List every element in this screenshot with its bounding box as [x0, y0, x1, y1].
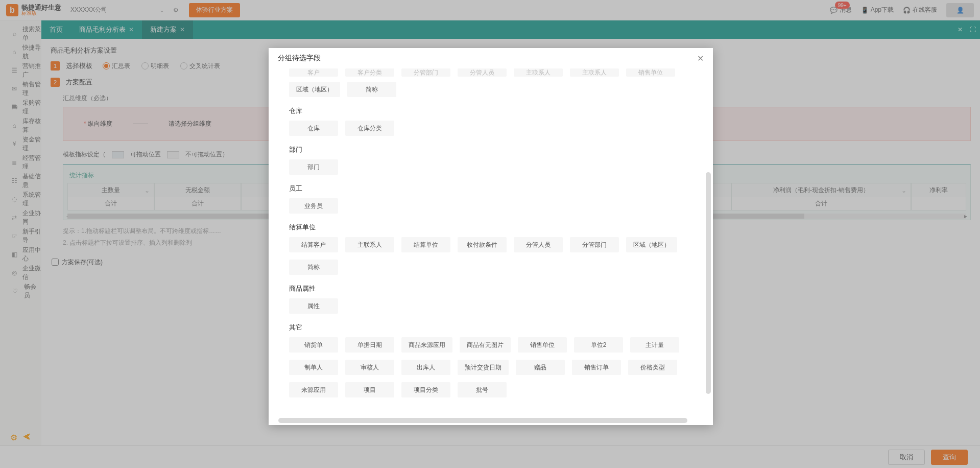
field-group-title: 结算单位 — [289, 223, 692, 232]
field-tag[interactable]: 出库人 — [401, 360, 450, 375]
field-tag[interactable]: 分管部门 — [570, 237, 619, 252]
field-group: 属性 — [289, 298, 692, 314]
modal-h-scrollbar[interactable] — [270, 417, 705, 424]
field-tag-partial[interactable]: 分管部门 — [401, 68, 450, 77]
field-tag[interactable]: 预计交货日期 — [458, 360, 509, 375]
field-tag[interactable]: 项目分类 — [401, 382, 450, 397]
field-tag[interactable]: 结算客户 — [289, 237, 338, 252]
field-tag[interactable]: 价格类型 — [628, 360, 677, 375]
field-tag-partial[interactable]: 客户分类 — [345, 68, 394, 77]
field-tag[interactable]: 销货单 — [289, 337, 338, 353]
field-tag[interactable]: 区域（地区） — [289, 82, 340, 97]
field-tag[interactable]: 销售单位 — [518, 337, 567, 353]
field-tag[interactable]: 结算单位 — [401, 237, 450, 252]
field-tag[interactable]: 制单人 — [289, 360, 338, 375]
field-group-title: 仓库 — [289, 106, 692, 115]
field-group: 销货单单据日期商品来源应用商品有无图片销售单位单位2主计量制单人审核人出库人预计… — [289, 337, 692, 397]
modal-header: 分组待选字段 ✕ — [269, 48, 713, 68]
modal-title: 分组待选字段 — [278, 54, 321, 63]
field-tag[interactable]: 单据日期 — [345, 337, 394, 353]
field-group-title: 员工 — [289, 184, 692, 193]
modal-v-scrollbar[interactable] — [705, 68, 712, 415]
field-tag[interactable]: 收付款条件 — [458, 237, 507, 252]
field-tag[interactable]: 主计量 — [630, 337, 679, 353]
modal-h-thumb[interactable] — [278, 418, 687, 423]
field-group-title: 商品属性 — [289, 284, 692, 293]
field-tag[interactable]: 区域（地区） — [626, 237, 677, 252]
field-tag-partial[interactable]: 分管人员 — [458, 68, 507, 77]
field-tag[interactable]: 部门 — [289, 159, 338, 175]
close-icon[interactable]: ✕ — [697, 54, 704, 63]
field-tag[interactable]: 批号 — [458, 382, 507, 397]
field-tag[interactable]: 商品来源应用 — [401, 337, 452, 353]
field-tag[interactable]: 简称 — [347, 82, 396, 97]
field-tag[interactable]: 简称 — [289, 260, 338, 275]
field-group-title: 部门 — [289, 145, 692, 154]
field-tag[interactable]: 商品有无图片 — [460, 337, 511, 353]
field-modal: 分组待选字段 ✕ 客户客户分类分管部门分管人员主联系人主联系人销售单位区域（地区… — [269, 48, 713, 425]
field-group: 业务员 — [289, 198, 692, 214]
field-tag-partial[interactable]: 销售单位 — [626, 68, 675, 77]
field-group: 部门 — [289, 159, 692, 175]
field-tag[interactable]: 属性 — [289, 298, 338, 314]
field-tag[interactable]: 审核人 — [345, 360, 394, 375]
field-tag[interactable]: 销售订单 — [572, 360, 621, 375]
field-tag-partial[interactable]: 客户 — [289, 68, 338, 77]
field-tag[interactable]: 主联系人 — [345, 237, 394, 252]
field-tag[interactable]: 赠品 — [516, 360, 565, 375]
field-group: 结算客户主联系人结算单位收付款条件分管人员分管部门区域（地区）简称 — [289, 237, 692, 275]
field-tag[interactable]: 业务员 — [289, 198, 338, 214]
field-tag[interactable]: 仓库分类 — [345, 121, 394, 136]
field-tag[interactable]: 单位2 — [574, 337, 623, 353]
field-group-title: 其它 — [289, 323, 692, 332]
field-group: 仓库仓库分类 — [289, 121, 692, 136]
field-tag[interactable]: 仓库 — [289, 121, 338, 136]
field-tag[interactable]: 分管人员 — [514, 237, 563, 252]
modal-v-thumb[interactable] — [706, 172, 711, 394]
field-tag[interactable]: 项目 — [345, 382, 394, 397]
field-tag-partial[interactable]: 主联系人 — [514, 68, 563, 77]
field-tag[interactable]: 来源应用 — [289, 382, 338, 397]
field-tag-partial[interactable]: 主联系人 — [570, 68, 619, 77]
